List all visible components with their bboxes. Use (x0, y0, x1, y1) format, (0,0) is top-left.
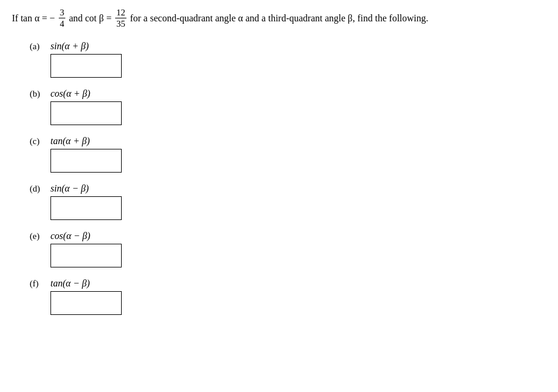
part-label-row-1: (b)cos(α + β) (30, 88, 546, 99)
part-label-row-3: (d)sin(α − β) (30, 183, 546, 194)
part-label-2: (c) (30, 136, 45, 146)
part-row-5: (f)tan(α − β) (30, 278, 546, 315)
answer-box-0[interactable] (50, 54, 122, 78)
part-label-3: (d) (30, 184, 45, 194)
parts-container: (a)sin(α + β)(b)cos(α + β)(c)tan(α + β)(… (12, 41, 546, 315)
fraction-2: 12 35 (115, 7, 126, 29)
problem-prefix: If tan α = − (12, 11, 55, 26)
answer-box-1[interactable] (50, 101, 122, 125)
part-row-4: (e)cos(α − β) (30, 231, 546, 267)
answer-box-5[interactable] (50, 291, 122, 315)
part-row-2: (c)tan(α + β) (30, 136, 546, 173)
part-label-row-4: (e)cos(α − β) (30, 231, 546, 241)
part-row-1: (b)cos(α + β) (30, 88, 546, 125)
part-expr-0: sin(α + β) (50, 41, 89, 52)
part-label-4: (e) (30, 231, 45, 241)
frac1-denominator: 4 (59, 18, 66, 29)
part-expr-5: tan(α − β) (50, 278, 90, 289)
answer-box-3[interactable] (50, 196, 122, 220)
problem-statement: If tan α = − 3 4 and cot β = 12 35 for a… (12, 7, 546, 29)
problem-middle: and cot β = (69, 11, 112, 26)
part-label-row-0: (a)sin(α + β) (30, 41, 546, 52)
part-label-row-5: (f)tan(α − β) (30, 278, 546, 289)
part-expr-3: sin(α − β) (50, 183, 89, 194)
answer-box-2[interactable] (50, 149, 122, 173)
part-expr-4: cos(α − β) (50, 231, 90, 241)
part-label-5: (f) (30, 279, 45, 289)
answer-box-4[interactable] (50, 244, 122, 267)
frac1-numerator: 3 (59, 7, 66, 18)
problem-suffix: for a second-quadrant angle α and a thir… (130, 11, 429, 26)
part-row-0: (a)sin(α + β) (30, 41, 546, 78)
part-row-3: (d)sin(α − β) (30, 183, 546, 220)
fraction-1: 3 4 (59, 7, 66, 29)
part-label-row-2: (c)tan(α + β) (30, 136, 546, 146)
frac2-numerator: 12 (115, 7, 126, 18)
part-expr-2: tan(α + β) (50, 136, 90, 146)
part-label-1: (b) (30, 89, 45, 99)
part-expr-1: cos(α + β) (50, 88, 90, 99)
part-label-0: (a) (30, 42, 45, 52)
frac2-denominator: 35 (115, 18, 126, 29)
